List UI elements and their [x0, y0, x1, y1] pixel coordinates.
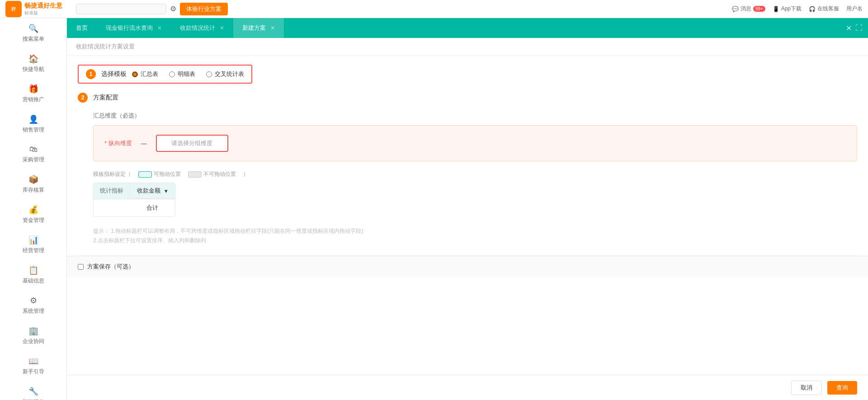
metrics-hint-suffix: ）: [243, 170, 249, 178]
sidebar-item-basic-info[interactable]: 📋 基础信息: [0, 260, 66, 290]
tab-bank-flow-label: 现金银行流水查询: [106, 24, 153, 32]
top-bar: 好 畅捷通好生意 标准版 ⚙ 体验行业方案 💬 消息 99+ 📱 App下载 🎧…: [0, 0, 868, 18]
tab-bank-flow-close[interactable]: ✕: [157, 25, 162, 31]
gear-icon[interactable]: ⚙: [170, 5, 176, 13]
system-icon: ⚙: [30, 296, 37, 306]
tip-line-2: 2.点击标题栏下拉可设置排序、插入列和删除列: [93, 237, 857, 245]
tab-bar-actions: ✕ ⛶: [846, 24, 868, 33]
sidebar-item-system[interactable]: ⚙ 系统管理: [0, 290, 66, 320]
tab-collection-stat[interactable]: 收款情况统计 ✕: [171, 18, 233, 38]
sidebar-item-quick-nav[interactable]: 🏠 快捷导航: [0, 48, 66, 79]
sidebar-item-label: 库存核算: [23, 186, 44, 194]
dimension-select[interactable]: 请选择分组维度: [156, 135, 228, 152]
logo-info: 畅捷通好生意 标准版: [24, 2, 62, 16]
search-area[interactable]: [76, 4, 166, 14]
sidebar-item-marketing[interactable]: 🎁 营销推广: [0, 79, 66, 109]
step1-row: 1 选择模板 汇总表 明细表: [78, 65, 857, 84]
radio-crosstab-label: 交叉统计表: [215, 70, 244, 78]
search-input[interactable]: [76, 4, 166, 14]
radio-detail-input[interactable]: [169, 71, 175, 77]
sidebar-item-smart-hw[interactable]: 🔧 智能硬件: [0, 381, 66, 400]
radio-summary-input[interactable]: [132, 71, 138, 77]
sidebar-item-finance[interactable]: 💰 资金管理: [0, 199, 66, 230]
finance-icon: 💰: [28, 205, 38, 215]
metrics-row-cell: 合计: [130, 199, 175, 216]
tab-new-plan-label: 新建方案: [242, 24, 266, 32]
metrics-column-header: 收款金额 ▾: [130, 183, 175, 199]
sidebar-item-sales[interactable]: 👤 销售管理: [0, 109, 66, 139]
sidebar-item-guide[interactable]: 📖 新手引导: [0, 351, 66, 381]
query-button[interactable]: 查询: [827, 381, 857, 395]
tab-bank-flow[interactable]: 现金银行流水查询 ✕: [97, 18, 171, 38]
sidebar-item-enterprise[interactable]: 🏢 企业协同: [0, 320, 66, 351]
download-action[interactable]: 📱 App下载: [773, 5, 802, 13]
sidebar-item-purchase[interactable]: 🛍 采购管理: [0, 139, 66, 169]
hint-draggable: 可拖动位置: [138, 170, 181, 178]
step1-badge: 1: [86, 69, 96, 79]
notification-label: 消息: [741, 5, 751, 13]
radio-detail[interactable]: 明细表: [169, 70, 195, 78]
basic-info-icon: 📋: [28, 265, 38, 275]
tab-bar: 首页 现金银行流水查询 ✕ 收款情况统计 ✕ 新建方案 ✕ ✕ ⛶: [67, 18, 868, 38]
vertical-dimension-label: * 纵向维度: [104, 139, 132, 147]
tab-home[interactable]: 首页: [67, 18, 97, 38]
notification-action[interactable]: 💬 消息 99+: [732, 5, 765, 13]
save-plan-checkbox[interactable]: [78, 264, 84, 270]
metrics-hint: 模板指标设定（ 可拖动位置 不可拖动位置 ）: [93, 170, 857, 178]
top-actions: 💬 消息 99+ 📱 App下载 🎧 在线客服 用户名: [732, 5, 863, 13]
notification-badge: 99+: [753, 6, 765, 12]
industry-button[interactable]: 体验行业方案: [180, 3, 228, 15]
sidebar-item-label: 营销推广: [23, 96, 44, 104]
radio-crosstab[interactable]: 交叉统计表: [206, 70, 244, 78]
metrics-section-title: 模板指标设定（: [93, 170, 131, 178]
stats-label-cell: 统计指标: [94, 183, 130, 199]
tab-new-plan[interactable]: 新建方案 ✕: [233, 18, 284, 38]
metrics-column-header-chevron[interactable]: ▾: [165, 188, 168, 194]
sidebar-item-search-menu[interactable]: 🔍 搜索菜单: [0, 18, 66, 48]
hint-draggable-label: 可拖动位置: [154, 170, 181, 178]
radio-crosstab-input[interactable]: [206, 71, 212, 77]
bottom-bar: 取消 查询: [67, 375, 868, 400]
tab-collection-stat-close[interactable]: ✕: [220, 25, 224, 31]
inventory-icon: 📦: [28, 174, 38, 184]
operations-icon: 📊: [28, 235, 38, 245]
metrics-section: 模板指标设定（ 可拖动位置 不可拖动位置 ）: [93, 170, 857, 218]
notification-icon: 💬: [732, 6, 739, 12]
user-action[interactable]: 用户名: [846, 5, 863, 13]
step1-label: 选择模板: [101, 70, 127, 78]
sidebar: 🔍 搜索菜单 🏠 快捷导航 🎁 营销推广 👤 销售管理 🛍 采购管理 📦 库存核…: [0, 18, 67, 400]
main-layout: 🔍 搜索菜单 🏠 快捷导航 🎁 营销推广 👤 销售管理 🛍 采购管理 📦 库存核…: [0, 18, 868, 400]
tips-section: 提示： 1.拖动标题栏可以调整布局，不可跨维度或指标区域拖动栏目字段(只能在同一…: [93, 227, 857, 245]
search-menu-icon: 🔍: [28, 24, 38, 33]
radio-summary[interactable]: 汇总表: [132, 70, 158, 78]
metrics-table-header-row: 统计指标 收款金额 ▾: [94, 183, 175, 199]
tab-close-button[interactable]: ✕: [846, 24, 852, 33]
sidebar-item-label: 智能硬件: [23, 398, 44, 400]
sidebar-item-label: 采购管理: [23, 156, 44, 164]
sidebar-item-operations[interactable]: 📊 经营管理: [0, 230, 66, 260]
sidebar-item-label: 快捷导航: [23, 66, 44, 73]
sidebar-item-label: 企业协同: [23, 338, 44, 345]
download-label: App下载: [781, 5, 802, 13]
tab-maximize-button[interactable]: ⛶: [855, 24, 863, 32]
cancel-button[interactable]: 取消: [791, 381, 822, 395]
tip-line-1: 提示： 1.拖动标题栏可以调整布局，不可跨维度或指标区域拖动栏目字段(只能在同一…: [93, 227, 857, 235]
sidebar-item-label: 系统管理: [23, 307, 44, 315]
logo-icon: 好: [5, 1, 22, 17]
sidebar-item-inventory[interactable]: 📦 库存核算: [0, 169, 66, 199]
logo-icon-text: 好: [11, 6, 16, 12]
step2-section: 2 方案配置 汇总维度（必选） * 纵向维度 — 请选择分组维度: [78, 93, 857, 245]
sidebar-item-label: 新手引导: [23, 368, 44, 376]
logo-badge: 标准版: [24, 10, 62, 16]
dimension-arrow: —: [141, 140, 147, 147]
hint-fixed: 不可拖动位置: [188, 170, 236, 178]
service-icon: 🎧: [809, 6, 816, 12]
logo-area: 好 畅捷通好生意 标准版: [5, 1, 72, 17]
dimension-section: 汇总维度（必选） * 纵向维度 — 请选择分组维度 模板指标设定（: [93, 112, 857, 245]
tab-new-plan-close[interactable]: ✕: [270, 25, 275, 31]
radio-summary-label: 汇总表: [141, 70, 158, 78]
user-label: 用户名: [846, 5, 863, 13]
logo-text: 畅捷通好生意: [24, 2, 62, 10]
hint-fixed-icon: [188, 171, 202, 178]
service-action[interactable]: 🎧 在线客服: [809, 5, 839, 13]
